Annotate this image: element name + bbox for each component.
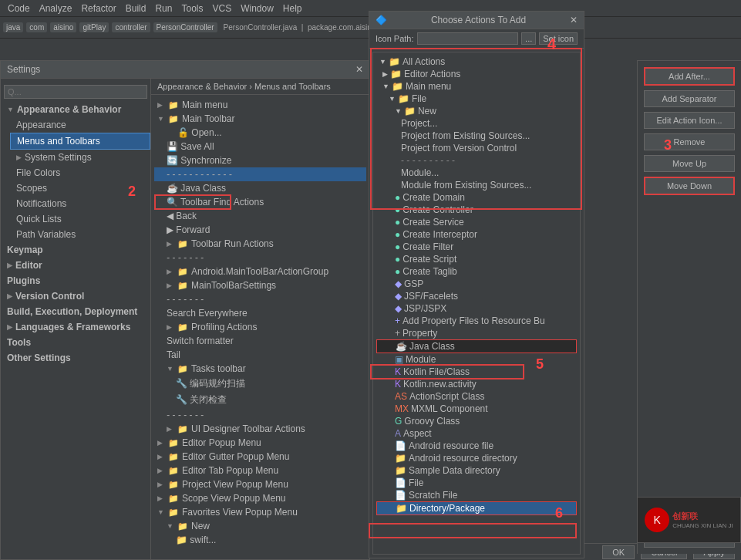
nav-item-other[interactable]: Other Settings	[1, 350, 150, 366]
dtree-jsp-jspx[interactable]: ◆ JSP/JSPX	[376, 302, 577, 315]
tree-editor-gutter-popup[interactable]: ▶ 📁 Editor Gutter Popup Menu	[154, 450, 366, 464]
nav-item-system-settings[interactable]: ▶ System Settings	[10, 150, 150, 165]
tree-swift[interactable]: 📁 swift...	[154, 533, 366, 547]
dtree-module-existing[interactable]: Module from Existing Sources...	[376, 179, 577, 191]
dtree-android-resource-dir[interactable]: 📁 Android resource directory	[376, 452, 577, 464]
dtree-new[interactable]: ▼ 📁 New	[376, 105, 577, 117]
tree-separator-selected[interactable]: - - - - - - - - - - - -	[154, 167, 366, 181]
dtree-mxml-component[interactable]: MX MXML Component	[376, 403, 577, 415]
nav-item-file-colors[interactable]: File Colors	[10, 165, 150, 180]
dtree-file-item[interactable]: 📄 File	[376, 477, 577, 489]
dtree-create-interceptor[interactable]: ● Create Interceptor	[376, 228, 577, 241]
tree-new-folder[interactable]: ▼ 📁 New	[154, 519, 366, 533]
toolbar-aisino[interactable]: aisino	[50, 22, 76, 32]
dtree-module-item[interactable]: ▣ Module	[376, 353, 577, 366]
nav-item-languages[interactable]: ▶ Languages & Frameworks	[1, 319, 150, 335]
tree-scope-view-popup[interactable]: ▶ 📁 Scope View Popup Menu	[154, 491, 366, 505]
move-down-button[interactable]: Move Down	[644, 177, 735, 195]
tree-main-toolbar-settings[interactable]: ▶ 📁 MainToolBarSettings	[154, 278, 366, 292]
tree-save-all[interactable]: 💾 Save All	[154, 140, 366, 153]
tree-forward[interactable]: ▶ Forward	[154, 223, 366, 237]
tree-toolbar-run[interactable]: ▶ 📁 Toolbar Run Actions	[154, 237, 366, 251]
menu-run[interactable]: Run	[150, 3, 177, 14]
dtree-android-resource-file[interactable]: 📄 Android resource file	[376, 440, 577, 452]
toolbar-com[interactable]: com	[26, 22, 47, 32]
nav-item-appearance-behavior[interactable]: ▼ Appearance & Behavior	[1, 102, 150, 117]
nav-item-quick-lists[interactable]: Quick Lists	[10, 211, 150, 227]
nav-item-path-variables[interactable]: Path Variables	[10, 227, 150, 242]
tree-profiling-actions[interactable]: ▶ 📁 Profiling Actions	[154, 320, 366, 334]
nav-item-keymap[interactable]: Keymap	[1, 242, 150, 258]
edit-action-icon-button[interactable]: Edit Action Icon...	[644, 112, 735, 129]
dtree-module[interactable]: Module...	[376, 167, 577, 179]
tree-synchronize[interactable]: 🔄 Synchronize	[154, 153, 366, 167]
tree-favorites-view-popup[interactable]: ▼ 📁 Favorites View Popup Menu	[154, 505, 366, 519]
tree-open[interactable]: 🔓 Open...	[154, 126, 366, 140]
nav-item-menus-toolbars[interactable]: Menus and Toolbars	[10, 133, 150, 150]
menu-code[interactable]: Code	[3, 3, 35, 14]
nav-item-appearance[interactable]: Appearance	[10, 117, 150, 133]
dtree-all-actions[interactable]: ▼ 📁 All Actions	[376, 56, 577, 68]
menu-build[interactable]: Build	[121, 3, 151, 14]
dtree-project-vcs[interactable]: Project from Version Control	[376, 142, 577, 154]
add-after-button[interactable]: Add After...	[644, 67, 735, 86]
dtree-editor-actions[interactable]: ▶ 📁 Editor Actions	[376, 68, 577, 80]
dtree-main-menu[interactable]: ▼ 📁 Main menu	[376, 80, 577, 93]
dtree-java-class[interactable]: ☕ Java Class	[376, 339, 577, 353]
ok-button[interactable]: OK	[602, 545, 635, 559]
toolbar-controller[interactable]: controller	[112, 22, 150, 32]
menu-analyze[interactable]: Analyze	[35, 3, 77, 14]
toolbar-personcontroller[interactable]: PersonController	[153, 22, 217, 32]
tree-main-toolbar[interactable]: ▼ 📁 Main Toolbar	[154, 112, 366, 126]
dtree-create-service[interactable]: ● Create Service	[376, 216, 577, 228]
nav-item-scopes[interactable]: Scopes	[10, 180, 150, 196]
tree-back[interactable]: ◀ Back	[154, 209, 366, 223]
dtree-groovy-class[interactable]: G Groovy Class	[376, 415, 577, 427]
tree-sep4[interactable]: - - - - - - -	[154, 408, 366, 422]
tree-main-menu[interactable]: ▶ 📁 Main menu	[154, 98, 366, 112]
dtree-project-existing[interactable]: Project from Existing Sources...	[376, 130, 577, 142]
settings-search-input[interactable]	[4, 85, 147, 99]
dtree-kotlin-activity[interactable]: K Kotlin.new.activity	[376, 378, 577, 390]
dtree-create-taglib[interactable]: ● Create Taglib	[376, 265, 577, 278]
add-separator-button[interactable]: Add Separator	[644, 90, 735, 107]
tree-close-check[interactable]: 🔧 关闭检查	[154, 392, 366, 408]
tree-search-everywhere[interactable]: Search Everywhere	[154, 306, 366, 320]
menu-vcs[interactable]: VCS	[207, 3, 236, 14]
dtree-kotlin-file[interactable]: K Kotlin File/Class	[376, 366, 577, 378]
tree-project-view-popup[interactable]: ▶ 📁 Project View Popup Menu	[154, 477, 366, 491]
dtree-actionscript-class[interactable]: AS ActionScript Class	[376, 390, 577, 403]
dtree-create-script[interactable]: ● Create Script	[376, 253, 577, 265]
toolbar-gitplay[interactable]: gitPlay	[79, 22, 109, 32]
tree-tasks-toolbar[interactable]: ▼ 📁 Tasks toolbar	[154, 362, 366, 376]
tree-editor-tab-popup[interactable]: ▶ 📁 Editor Tab Popup Menu	[154, 464, 366, 477]
tree-editor-popup[interactable]: ▶ 📁 Editor Popup Menu	[154, 436, 366, 450]
tree-sep3[interactable]: - - - - - - -	[154, 292, 366, 306]
dtree-gsp[interactable]: ◆ GSP	[376, 278, 577, 290]
tree-java-class[interactable]: ☕ Java Class	[154, 181, 366, 195]
tree-tail[interactable]: Tail	[154, 348, 366, 362]
tree-switch-formatter[interactable]: Switch formatter	[154, 334, 366, 348]
browse-icon-button[interactable]: ...	[521, 32, 536, 45]
dtree-scratch-file[interactable]: 📄 Scratch File	[376, 489, 577, 501]
dtree-create-controller[interactable]: ● Create Controller	[376, 204, 577, 216]
dtree-create-filter[interactable]: ● Create Filter	[376, 241, 577, 253]
menu-help[interactable]: Help	[278, 3, 307, 14]
move-up-button[interactable]: Move Up	[644, 155, 735, 172]
set-icon-button[interactable]: Set icon	[539, 32, 578, 45]
nav-item-editor[interactable]: ▶ Editor	[1, 258, 150, 273]
dtree-file[interactable]: ▼ 📁 File	[376, 93, 577, 105]
dtree-more[interactable]: ...	[376, 515, 577, 528]
tree-sep2[interactable]: - - - - - - -	[154, 251, 366, 265]
menu-tools[interactable]: Tools	[177, 3, 207, 14]
dtree-sample-data-dir[interactable]: 📁 Sample Data directory	[376, 464, 577, 477]
dtree-add-property[interactable]: + Add Property Files to Resource Bu	[376, 315, 577, 327]
tree-ui-designer[interactable]: ▶ 📁 UI Designer Toolbar Actions	[154, 422, 366, 436]
icon-path-input[interactable]	[417, 32, 519, 45]
dtree-create-domain[interactable]: ● Create Domain	[376, 191, 577, 204]
tree-android-main[interactable]: ▶ 📁 Android.MainToolBarActionGroup	[154, 265, 366, 278]
dtree-jsf-facelets[interactable]: ◆ JSF/Facelets	[376, 290, 577, 302]
remove-button[interactable]: Remove	[644, 133, 735, 150]
dtree-directory-package[interactable]: 📁 Directory/Package	[376, 501, 577, 515]
menu-window[interactable]: Window	[236, 3, 278, 14]
